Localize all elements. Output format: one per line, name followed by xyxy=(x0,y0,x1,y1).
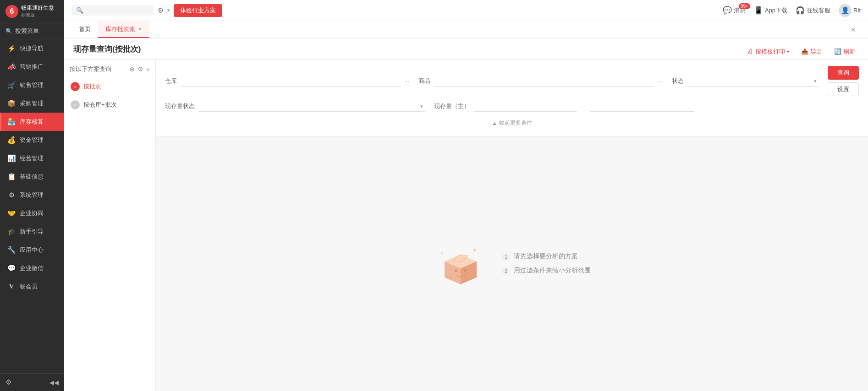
stock-qty-to-input[interactable] xyxy=(590,101,694,112)
settings-icon[interactable]: ⚙ xyxy=(5,378,11,386)
sidebar-item-purchase[interactable]: 📦 采购管理 xyxy=(0,94,64,113)
sidebar-item-finance[interactable]: 💰 资金管理 xyxy=(0,131,64,149)
user-name: Rit xyxy=(853,7,861,14)
sidebar-item-guide[interactable]: 🎓 新手引导 xyxy=(0,223,64,241)
stock-qty-from-input[interactable] xyxy=(473,101,577,112)
user-action[interactable]: 👤 Rit xyxy=(839,4,861,17)
warehouse-input[interactable] xyxy=(181,76,401,87)
sidebar-item-label: 畅会员 xyxy=(20,282,38,291)
sidebar-item-basics[interactable]: 📋 基础信息 xyxy=(0,168,64,186)
status-select-wrap xyxy=(687,76,819,87)
header-gear-icon[interactable]: ⚙ xyxy=(158,6,164,15)
left-panel-header-actions: ⊕ ⚙ « xyxy=(129,65,150,73)
app-edition: 标准版 xyxy=(21,12,54,18)
tab-inventory-batch-label: 库存批次账 xyxy=(105,25,135,33)
wechat-icon: 💬 xyxy=(7,264,16,272)
empty-illustration: ✦ ✦ ✦ xyxy=(433,236,488,291)
header-search-input[interactable] xyxy=(85,7,140,14)
sidebar: 6 畅康通好生意 标准版 🔍 搜索菜单 ⚡ 快捷导航 📣 营销推广 🛒 销售管理… xyxy=(0,0,64,391)
sidebar-item-inventory[interactable]: 🏪 库存核算 xyxy=(0,113,64,131)
app-name: 畅康通好生意 xyxy=(21,5,54,12)
tab-close-icon[interactable]: ✕ xyxy=(138,26,142,32)
add-scheme-icon[interactable]: ⊕ xyxy=(129,65,135,73)
scheme-item-batch[interactable]: ○ 按批次 xyxy=(64,77,155,96)
avatar-icon: 👤 xyxy=(841,6,850,15)
sidebar-item-wechat[interactable]: 💬 企业微信 xyxy=(0,259,64,277)
filter-actions: 查询 设置 xyxy=(828,66,859,96)
goods-label: 商品 xyxy=(418,77,430,85)
sidebar-item-label: 库存核算 xyxy=(20,118,44,126)
sidebar-nav: ⚡ 快捷导航 📣 营销推广 🛒 销售管理 📦 采购管理 🏪 库存核算 💰 资金管… xyxy=(0,39,64,373)
svg-point-6 xyxy=(464,269,467,272)
page-actions: 🖨 按模板打印 ▾ 📤 导出 🔄 刷新 xyxy=(744,46,859,58)
collapse-sidebar-icon[interactable]: ◀◀ xyxy=(49,379,59,386)
system-icon: ⚙ xyxy=(7,191,16,199)
scheme-label: 按批次 xyxy=(83,82,101,91)
print-dropdown-icon[interactable]: ▾ xyxy=(787,49,789,54)
hint-text-2: 用过滤条件来缩小分析范围 xyxy=(514,266,591,275)
scheme-item-warehouse-batch[interactable]: ○ 按仓库+批次 xyxy=(64,96,155,114)
empty-hints: 1 请先选择要分析的方案 2 用过滤条件来缩小分析范围 xyxy=(502,252,591,275)
goods-input[interactable] xyxy=(434,76,654,87)
header-search-area[interactable]: 🔍 xyxy=(71,5,154,16)
app-logo-icon: 6 xyxy=(5,5,18,18)
hint-num-1: 1 xyxy=(502,253,510,261)
tab-home-label: 首页 xyxy=(79,25,91,33)
empty-state: ✦ ✦ ✦ 1 请先选择要分析的方案 2 用过滤条件来缩小分析范围 xyxy=(156,136,868,391)
tab-inventory-batch[interactable]: 库存批次账 ✕ xyxy=(98,21,149,38)
query-button[interactable]: 查询 xyxy=(828,66,859,80)
collapse-more-button[interactable]: ▲ 收起更多条件 xyxy=(165,116,859,130)
tab-home[interactable]: 首页 xyxy=(71,21,98,38)
sidebar-item-vip[interactable]: V 畅会员 xyxy=(0,277,64,296)
app-download-action[interactable]: 📱 App下载 xyxy=(754,6,787,15)
status-select[interactable] xyxy=(687,76,819,87)
stock-status-select[interactable] xyxy=(198,101,425,112)
search-icon: 🔍 xyxy=(5,28,12,34)
tab-bar: 首页 库存批次账 ✕ ✕ xyxy=(64,21,868,38)
sidebar-item-label: 企业协同 xyxy=(20,209,44,217)
print-button[interactable]: 🖨 按模板打印 ▾ xyxy=(744,46,793,58)
print-icon: 🖨 xyxy=(747,48,753,55)
sidebar-search-item[interactable]: 🔍 搜索菜单 xyxy=(0,23,64,39)
sidebar-item-sales[interactable]: 🛒 销售管理 xyxy=(0,76,64,94)
vip-icon: V xyxy=(7,282,16,290)
setting-button[interactable]: 设置 xyxy=(828,82,859,96)
try-industry-button[interactable]: 体验行业方案 xyxy=(174,4,222,17)
svg-text:✦: ✦ xyxy=(440,250,444,255)
sidebar-logo: 6 畅康通好生意 标准版 xyxy=(0,0,64,23)
export-button[interactable]: 📤 导出 xyxy=(797,46,826,58)
corp-icon: 🤝 xyxy=(7,209,16,217)
tab-close-page-icon[interactable]: ✕ xyxy=(851,26,856,33)
scheme-inactive-icon: ○ xyxy=(71,100,80,109)
left-panel: 按以下方案查询 ⊕ ⚙ « ○ 按批次 ○ 按仓库+批次 xyxy=(64,60,156,391)
sidebar-item-label: 资金管理 xyxy=(20,136,44,144)
goods-more-icon[interactable]: ··· xyxy=(658,78,663,85)
refresh-icon: 🔄 xyxy=(834,48,841,55)
sidebar-item-system[interactable]: ⚙ 系统管理 xyxy=(0,186,64,204)
warehouse-more-icon[interactable]: ··· xyxy=(404,78,409,85)
headset-icon: 🎧 xyxy=(796,6,805,15)
sidebar-item-corp[interactable]: 🤝 企业协同 xyxy=(0,204,64,223)
sidebar-item-marketing[interactable]: 📣 营销推广 xyxy=(0,58,64,76)
header-dropdown-icon[interactable]: ▾ xyxy=(167,7,170,13)
sidebar-item-quicknav[interactable]: ⚡ 快捷导航 xyxy=(0,39,64,58)
message-icon: 💬 xyxy=(723,6,732,15)
sidebar-item-appcenter[interactable]: 🔧 应用中心 xyxy=(0,241,64,259)
left-panel-header: 按以下方案查询 ⊕ ⚙ « xyxy=(64,65,155,77)
sidebar-item-label: 经营管理 xyxy=(20,154,44,163)
header-search-icon: 🔍 xyxy=(76,7,83,14)
inventory-icon: 🏪 xyxy=(7,118,16,126)
sidebar-item-label: 营销推广 xyxy=(20,63,44,71)
empty-hint-2: 2 用过滤条件来缩小分析范围 xyxy=(502,266,591,275)
sidebar-item-label: 应用中心 xyxy=(20,246,44,254)
basics-icon: 📋 xyxy=(7,173,16,181)
messages-action[interactable]: 💬 消息 99+ xyxy=(723,6,746,15)
refresh-button[interactable]: 🔄 刷新 xyxy=(830,46,859,58)
sidebar-item-label: 基础信息 xyxy=(20,173,44,181)
online-service-action[interactable]: 🎧 在线客服 xyxy=(796,6,830,15)
collapse-panel-icon[interactable]: « xyxy=(146,65,150,73)
content-layout: 按以下方案查询 ⊕ ⚙ « ○ 按批次 ○ 按仓库+批次 xyxy=(64,60,868,391)
manage-scheme-icon[interactable]: ⚙ xyxy=(137,65,143,73)
page-header: 现存量查询(按批次) 🖨 按模板打印 ▾ 📤 导出 🔄 刷新 xyxy=(64,38,868,60)
sidebar-item-operations[interactable]: 📊 经营管理 xyxy=(0,149,64,168)
